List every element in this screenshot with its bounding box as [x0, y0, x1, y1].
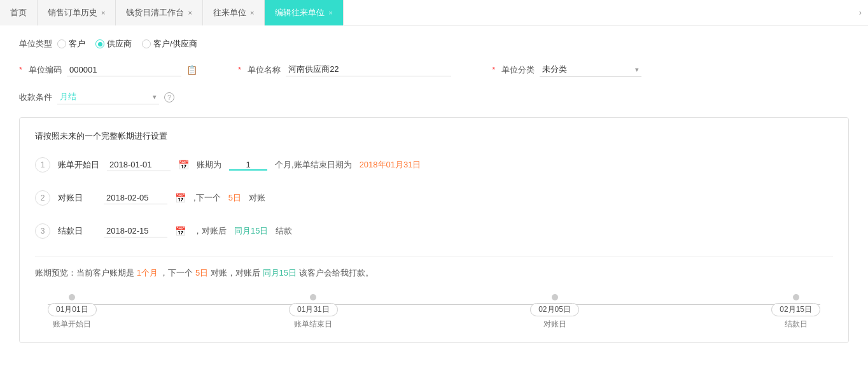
unit-category-group: * 单位分类 未分类 ▾ [492, 62, 641, 77]
reconcile-calendar-icon[interactable]: 📅 [175, 193, 186, 203]
billing-end-date: 2018年01月31日 [360, 159, 421, 171]
category-dropdown-icon: ▾ [635, 66, 639, 74]
radio-both[interactable]: 客户/供应商 [142, 38, 197, 50]
payment-terms-select[interactable]: 月结 ▾ [57, 90, 159, 104]
billing-start-row: 1 账单开始日 📅 账期为 个月,账单结束日期为 2018年01月31日 [35, 157, 833, 172]
unit-details-row: * 单位编码 📋 * 单位名称 * 单位分类 未分类 ▾ [19, 62, 849, 77]
unit-code-copy-icon[interactable]: 📋 [186, 65, 197, 75]
panel-title: 请按照未来的一个完整帐期进行设置 [35, 130, 833, 142]
unit-category-select[interactable]: 未分类 ▾ [540, 62, 641, 77]
tl-point-4: 02月15日 结款日 [771, 294, 820, 330]
payment-desc-before: ，对账后 [193, 225, 227, 237]
tab-edit-partner-label: 编辑往来单位 [275, 7, 325, 18]
radio-customer-circle [57, 39, 66, 48]
row-num-3: 3 [35, 223, 50, 239]
close-cashflow-icon[interactable]: × [188, 9, 192, 17]
tab-home-label: 首页 [10, 7, 27, 18]
radio-both-circle [142, 39, 151, 48]
payment-row: 3 结款日 📅 ，对账后 同月15日 结款 [35, 223, 833, 239]
billing-period-suffix: 个月,账单结束日期为 [275, 159, 352, 171]
tab-cashflow[interactable]: 钱货日清工作台 × [116, 0, 202, 25]
billing-months-input[interactable] [229, 160, 267, 171]
payment-date[interactable] [104, 225, 167, 237]
reconcile-highlight: 5日 [228, 192, 241, 204]
radio-supplier-label: 供应商 [107, 38, 132, 50]
payment-desc-after: 结款 [276, 225, 292, 237]
tab-partners[interactable]: 往来单位 × [203, 0, 265, 25]
row-num-1: 1 [35, 157, 50, 172]
radio-customer[interactable]: 客户 [57, 38, 85, 50]
tab-partners-label: 往来单位 [213, 7, 246, 18]
reconcile-desc-before: ,下一个 [193, 192, 221, 204]
preview-section: 账期预览：当前客户账期是 1个月 ，下一个 5日 对账，对账后 同月15日 该客… [35, 257, 833, 330]
help-icon[interactable]: ? [164, 92, 174, 102]
close-edit-partner-icon[interactable]: × [328, 9, 332, 17]
unit-name-input[interactable] [286, 64, 451, 76]
tl-point-2: 01月31日 账单结束日 [289, 294, 338, 330]
tl-badge-1: 01月01日 [48, 303, 97, 316]
reconcile-row: 2 对账日 📅 ,下一个 5日 对账 [35, 190, 833, 206]
unit-category-label: 单位分类 [501, 64, 535, 76]
preview-mid1: ，下一个 [160, 268, 193, 278]
unit-name-group: * 单位名称 [238, 64, 451, 76]
tab-sales-order[interactable]: 销售订单历史 × [38, 0, 116, 25]
unit-code-group: * 单位编码 📋 [19, 64, 197, 76]
payment-terms-row: 收款条件 月结 ▾ ? [19, 90, 849, 104]
main-content: 单位类型 客户 供应商 客户/供应商 [0, 25, 868, 387]
billing-period-prefix: 账期为 [197, 159, 221, 171]
tl-dot-2 [310, 294, 316, 300]
preview-suffix: 该客户会给我打款。 [299, 268, 374, 278]
code-required: * [19, 65, 22, 74]
preview-text: 账期预览：当前客户账期是 1个月 ，下一个 5日 对账，对账后 同月15日 该客… [35, 267, 833, 279]
payment-terms-label: 收款条件 [19, 92, 52, 103]
cat-required: * [492, 65, 495, 74]
payment-terms-value: 月结 [60, 91, 76, 102]
reconcile-label: 对账日 [58, 192, 96, 204]
payment-label: 结款日 [58, 225, 96, 237]
radio-supplier-circle [95, 39, 104, 48]
timeline: 01月01日 账单开始日 01月31日 账单结束日 02月05日 [48, 294, 820, 330]
tl-label-3: 对账日 [543, 319, 566, 330]
tab-sales-order-label: 销售订单历史 [48, 7, 97, 18]
tab-bar: 首页 销售订单历史 × 钱货日清工作台 × 往来单位 × 编辑往来单位 × › [0, 0, 868, 25]
close-sales-order-icon[interactable]: × [101, 9, 105, 17]
billing-start-date[interactable] [107, 158, 171, 171]
tl-dot-1 [69, 294, 75, 300]
tl-dot-4 [793, 294, 799, 300]
tl-dot-3 [552, 294, 558, 300]
unit-type-row: 单位类型 客户 供应商 客户/供应商 [19, 38, 849, 50]
tab-home[interactable]: 首页 [0, 0, 38, 25]
tl-label-4: 结款日 [785, 319, 808, 330]
unit-code-label: 单位编码 [29, 64, 62, 76]
billing-start-calendar-icon[interactable]: 📅 [178, 160, 189, 170]
tl-badge-2: 01月31日 [289, 303, 338, 316]
settings-panel: 请按照未来的一个完整帐期进行设置 1 账单开始日 📅 账期为 个月,账单结束日期… [19, 117, 849, 343]
unit-category-value: 未分类 [542, 64, 567, 75]
tab-nav-arrow[interactable]: › [853, 8, 868, 17]
tab-edit-partner[interactable]: 编辑往来单位 × [265, 0, 343, 25]
unit-type-label: 单位类型 [19, 38, 52, 50]
radio-customer-label: 客户 [69, 38, 85, 50]
tl-point-1: 01月01日 账单开始日 [48, 294, 97, 330]
payment-terms-dropdown-icon: ▾ [153, 93, 157, 101]
reconcile-date[interactable] [104, 192, 167, 204]
preview-mid2: 对账，对账后 [211, 268, 260, 278]
radio-supplier[interactable]: 供应商 [95, 38, 132, 50]
tab-cashflow-label: 钱货日清工作台 [126, 7, 184, 18]
unit-type-group: 单位类型 客户 供应商 客户/供应商 [19, 38, 197, 50]
payment-terms-group: 收款条件 月结 ▾ ? [19, 90, 174, 104]
timeline-points: 01月01日 账单开始日 01月31日 账单结束日 02月05日 [48, 294, 820, 330]
preview-payment-day: 同月15日 [263, 268, 297, 278]
close-partners-icon[interactable]: × [250, 9, 254, 17]
tl-point-3: 02月05日 对账日 [530, 294, 579, 330]
row-num-2: 2 [35, 190, 50, 206]
unit-name-label: 单位名称 [248, 64, 281, 76]
payment-calendar-icon[interactable]: 📅 [175, 226, 186, 236]
preview-months: 1个月 [137, 268, 158, 278]
tl-badge-3: 02月05日 [530, 303, 579, 316]
preview-prefix: 账期预览：当前客户账期是 [35, 268, 134, 278]
reconcile-desc-after: 对账 [249, 192, 265, 204]
radio-both-label: 客户/供应商 [153, 38, 197, 50]
tl-badge-4: 02月15日 [771, 303, 820, 316]
unit-code-input[interactable] [67, 64, 181, 76]
